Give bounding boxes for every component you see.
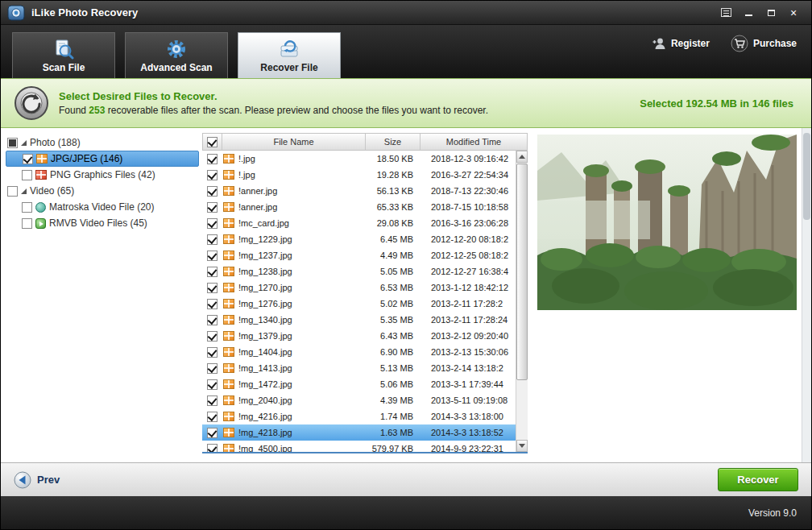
- tree-label: Photo (188): [30, 137, 81, 148]
- recover-button[interactable]: Recover: [718, 468, 798, 491]
- file-checkbox[interactable]: [207, 283, 218, 293]
- file-row[interactable]: !mg_4218.jpg1.63 MB2014-3-3 13:18:52: [202, 424, 516, 441]
- register-button[interactable]: Register: [652, 37, 710, 50]
- file-row[interactable]: !mc_card.jpg29.08 KB2016-3-16 23:06:28: [202, 215, 516, 231]
- png-file-type-icon: [35, 170, 47, 180]
- prev-label: Prev: [37, 474, 60, 486]
- scroll-up-button[interactable]: [516, 151, 528, 163]
- column-file-name[interactable]: File Name: [222, 134, 366, 150]
- column-size[interactable]: Size: [366, 134, 420, 150]
- menu-button[interactable]: [715, 5, 737, 21]
- file-checkbox[interactable]: [207, 251, 218, 261]
- file-row[interactable]: !mg_1413.jpg5.13 MB2013-2-14 13:18:2: [202, 360, 516, 376]
- file-checkbox[interactable]: [207, 170, 218, 180]
- file-row[interactable]: !mg_2040.jpg4.39 MB2013-5-11 09:19:08: [202, 392, 516, 408]
- file-checkbox[interactable]: [207, 202, 218, 213]
- tab-recover-file[interactable]: Recover File: [238, 32, 341, 78]
- preview-scrollbar-thumb[interactable]: [803, 133, 810, 220]
- tree-item-photo[interactable]: Photo (188): [6, 135, 202, 151]
- file-size: 65.33 KB: [365, 202, 420, 212]
- file-size: 5.05 MB: [365, 267, 420, 276]
- file-list-scrollbar[interactable]: [516, 151, 528, 452]
- file-row[interactable]: !mg_1238.jpg5.05 MB2012-12-27 16:38:4: [202, 263, 516, 279]
- file-row[interactable]: !mg_4500.jpg579.97 KB2014-9-9 23:22:31: [202, 441, 516, 452]
- tab-label: Recover File: [260, 62, 317, 73]
- jpg-file-type-icon: [223, 154, 234, 164]
- file-row[interactable]: !.jpg19.28 KB2016-3-27 22:54:34: [202, 167, 516, 183]
- tree-item-video[interactable]: Video (65): [6, 183, 202, 199]
- file-checkbox[interactable]: [207, 234, 218, 245]
- file-checkbox[interactable]: [207, 379, 218, 390]
- tree-label: Video (65): [30, 185, 74, 197]
- file-row[interactable]: !mg_1404.jpg6.90 MB2013-2-13 15:30:06: [202, 344, 516, 360]
- purchase-button[interactable]: Purchase: [731, 35, 797, 52]
- file-modified-time: 2018-7-13 22:30:46: [420, 186, 516, 196]
- tab-advanced-scan[interactable]: Advanced Scan: [125, 32, 228, 78]
- register-person-icon: [652, 37, 666, 50]
- banner-title: Select Desired Files to Recover.: [59, 90, 488, 102]
- close-button[interactable]: ×: [782, 5, 805, 21]
- app-window: iLike Photo Recovery × Scan File Advanc: [0, 0, 812, 530]
- file-checkbox[interactable]: [207, 331, 218, 342]
- column-modified-time[interactable]: Modified Time: [420, 134, 527, 150]
- file-checkbox[interactable]: [207, 347, 218, 358]
- file-row[interactable]: !mg_1379.jpg6.43 MB2013-2-12 09:20:40: [202, 328, 516, 344]
- tree-item-png[interactable]: PNG Graphics Files (42): [6, 167, 202, 183]
- jpg-file-type-icon: [223, 379, 234, 389]
- tab-scan-file[interactable]: Scan File: [12, 32, 115, 78]
- file-size: 19.28 KB: [365, 170, 420, 180]
- file-row[interactable]: !anner.jpg56.13 KB2018-7-13 22:30:46: [202, 183, 516, 199]
- file-modified-time: 2013-2-11 17:28:24: [420, 315, 516, 325]
- maximize-icon: [768, 10, 775, 16]
- expand-icon[interactable]: [21, 188, 27, 194]
- select-all-checkbox[interactable]: [207, 137, 218, 147]
- file-modified-time: 2018-7-15 10:18:58: [420, 202, 516, 212]
- file-row[interactable]: !mg_1237.jpg4.49 MB2012-12-25 08:18:2: [202, 247, 516, 263]
- file-checkbox[interactable]: [207, 395, 218, 406]
- file-row[interactable]: !mg_4216.jpg1.74 MB2014-3-3 13:18:00: [202, 408, 516, 424]
- file-row[interactable]: !mg_1472.jpg5.06 MB2013-3-1 17:39:44: [202, 376, 516, 392]
- jpg-file-type-icon: [223, 395, 234, 405]
- tab-label: Advanced Scan: [140, 62, 212, 73]
- file-size: 56.13 KB: [365, 186, 420, 196]
- tree-item-jpg[interactable]: JPG/JPEG (146): [6, 151, 199, 167]
- title-bar: iLike Photo Recovery ×: [1, 1, 811, 25]
- file-checkbox[interactable]: [207, 218, 218, 229]
- scroll-down-button[interactable]: [516, 440, 528, 452]
- tree-checkbox[interactable]: [7, 138, 18, 148]
- file-size: 6.43 MB: [365, 331, 420, 341]
- file-name: !mg_4500.jpg: [238, 444, 292, 452]
- file-row[interactable]: !mg_1229.jpg6.45 MB2012-12-20 08:18:2: [202, 231, 516, 247]
- file-checkbox[interactable]: [207, 267, 218, 277]
- file-row[interactable]: !mg_1340.jpg5.35 MB2013-2-11 17:28:24: [202, 312, 516, 328]
- preview-scrollbar[interactable]: [802, 128, 811, 462]
- file-checkbox[interactable]: [207, 412, 218, 422]
- file-checkbox[interactable]: [207, 315, 218, 325]
- maximize-button[interactable]: [760, 5, 782, 21]
- tree-checkbox[interactable]: [22, 170, 32, 180]
- file-checkbox[interactable]: [207, 363, 218, 374]
- scrollbar-thumb[interactable]: [516, 164, 528, 380]
- file-name: !mg_1404.jpg: [238, 347, 292, 357]
- file-row[interactable]: !.jpg18.50 KB2018-12-3 09:16:42: [202, 151, 516, 167]
- file-checkbox[interactable]: [207, 444, 218, 453]
- tree-checkbox[interactable]: [22, 202, 32, 213]
- file-modified-time: 2012-12-27 16:38:4: [420, 267, 516, 276]
- file-row[interactable]: !mg_1270.jpg6.53 MB2013-1-12 18:42:12: [202, 279, 516, 296]
- tree-checkbox[interactable]: [7, 186, 18, 197]
- expand-icon[interactable]: [21, 140, 27, 146]
- file-name: !anner.jpg: [238, 186, 277, 196]
- file-checkbox[interactable]: [207, 299, 218, 309]
- file-row[interactable]: !anner.jpg65.33 KB2018-7-15 10:18:58: [202, 199, 516, 215]
- tree-item-rmvb[interactable]: RMVB Video Files (45): [6, 215, 202, 231]
- jpg-file-type-icon: [223, 331, 234, 341]
- file-checkbox[interactable]: [207, 154, 218, 164]
- file-checkbox[interactable]: [207, 428, 218, 438]
- minimize-button[interactable]: [737, 5, 760, 21]
- tree-item-mkv[interactable]: Matroska Video File (20): [6, 199, 202, 215]
- file-checkbox[interactable]: [207, 186, 218, 197]
- tree-checkbox[interactable]: [22, 218, 32, 229]
- tree-checkbox[interactable]: [23, 154, 33, 164]
- file-row[interactable]: !mg_1276.jpg5.02 MB2013-2-11 17:28:2: [202, 296, 516, 312]
- prev-button[interactable]: Prev: [14, 471, 60, 489]
